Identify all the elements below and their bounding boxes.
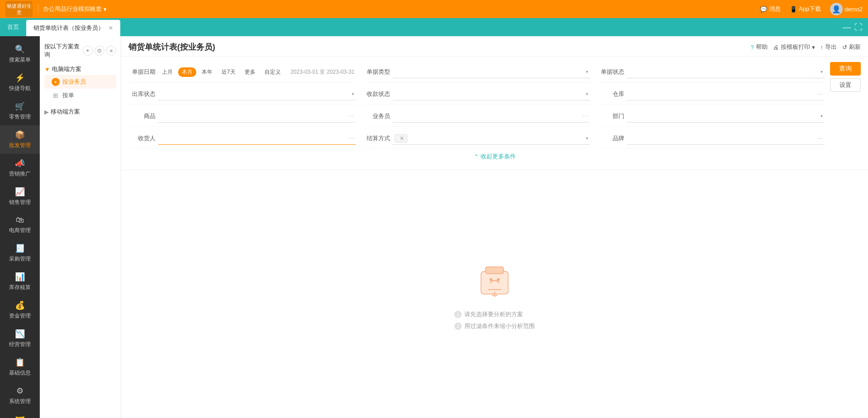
settlement-cell: 结算方式 ✕ ▾ xyxy=(363,128,590,149)
svg-rect-1 xyxy=(486,267,504,274)
app-download-button[interactable]: 📱 App下载 xyxy=(790,5,821,13)
consignee-dots[interactable]: ··· xyxy=(348,134,354,142)
page-header-actions: ? 帮助 🖨 按模板打印 ▾ ↑ 导出 ↺ 刷新 xyxy=(750,43,861,51)
tab-minimize-icon[interactable]: — xyxy=(843,23,851,31)
warehouse-label: 仓库 xyxy=(597,90,624,98)
collapse-filter-button[interactable]: ⌃ 收起更多条件 xyxy=(128,149,861,164)
staff-control[interactable]: ··· xyxy=(393,110,590,123)
sales-icon: 📈 xyxy=(15,187,25,197)
goods-dots[interactable]: ··· xyxy=(348,112,354,120)
tabbar: 首页 销货单统计表（按业务员） ✕ — ⛶ xyxy=(0,18,868,36)
topbar-right: 💬 消息 📱 App下载 👤 demo2 xyxy=(760,3,863,15)
date-tab-this-year[interactable]: 本年 xyxy=(198,67,216,77)
sidebar-item-purchase[interactable]: 🧾 采购管理 xyxy=(0,239,40,267)
add-scheme-button[interactable]: + xyxy=(83,46,93,56)
receipt-status-control[interactable]: ▾ xyxy=(393,88,590,100)
warehouse-control[interactable]: ··· xyxy=(627,88,825,100)
help-button[interactable]: ? 帮助 xyxy=(750,43,767,51)
out-status-control[interactable]: ▾ xyxy=(158,88,356,100)
quick-nav-icon: ⚡ xyxy=(15,73,25,83)
filter-row-3: 商品 ··· 业务员 ··· 部门 xyxy=(128,106,825,127)
sidebar-item-wholesale[interactable]: 📦 批发管理 xyxy=(0,125,40,154)
retail-icon: 🛒 xyxy=(15,101,25,111)
finance-icon: 💰 xyxy=(15,300,25,310)
sidebar-item-marketing[interactable]: 📣 营销推广 xyxy=(0,154,40,182)
tabbar-actions: — ⛶ xyxy=(843,23,868,31)
collapse-panel-button[interactable]: « xyxy=(106,46,116,56)
doc-type-label: 单据类型 xyxy=(363,68,390,76)
settlement-control[interactable]: ✕ ▾ xyxy=(393,132,590,145)
department-chevron-icon: ▾ xyxy=(821,114,823,119)
export-button[interactable]: ↑ 导出 xyxy=(821,43,837,51)
department-control[interactable]: ▾ xyxy=(627,110,825,123)
filter-main: 单据日期 上月 本月 本年 近7天 更多 自定义 20 xyxy=(128,62,825,149)
sidebar-item-basic[interactable]: 📋 基础信息 xyxy=(0,353,40,381)
sidebar-item-system[interactable]: ⚙ 系统管理 xyxy=(0,381,40,410)
account-dropdown[interactable]: 办公用品行业模拟账套 ▾ xyxy=(43,5,107,13)
sidebar-item-retail[interactable]: 🛒 零售管理 xyxy=(0,97,40,125)
sidebar-item-inventory[interactable]: 📊 库存核算 xyxy=(0,267,40,296)
sidebar-item-cooperation[interactable]: 🤝 企业协同 xyxy=(0,410,40,418)
date-tab-last-month[interactable]: 上月 xyxy=(158,67,176,77)
staff-label: 业务员 xyxy=(363,112,390,120)
query-button[interactable]: 查询 xyxy=(830,62,861,76)
refresh-button[interactable]: ↺ 刷新 xyxy=(842,43,861,51)
tab-maximize-icon[interactable]: ⛶ xyxy=(854,23,863,31)
sidebar-item-search[interactable]: 🔍 搜索菜单 xyxy=(0,40,40,68)
sidebar-item-ecommerce[interactable]: 🛍 电商管理 xyxy=(0,211,40,239)
warehouse-dots[interactable]: ··· xyxy=(817,90,823,98)
date-filter: 上月 本月 本年 近7天 更多 自定义 2023-03-01 至 2023-03… xyxy=(158,67,356,77)
marketing-icon: 📣 xyxy=(15,158,25,168)
operations-icon: 📉 xyxy=(15,329,25,339)
doc-type-control[interactable]: ▾ xyxy=(393,66,590,78)
filter-row-4: 收货人 ··· 结算方式 ✕ xyxy=(128,128,825,149)
desktop-scheme-header[interactable]: ▼ 电脑端方案 xyxy=(44,63,116,75)
sidebar-item-quick-nav[interactable]: ⚡ 快捷导航 xyxy=(0,68,40,97)
date-tab-more[interactable]: 更多 xyxy=(241,67,259,77)
receipt-status-chevron-icon: ▾ xyxy=(586,91,588,96)
date-tab-custom[interactable]: 自定义 xyxy=(261,67,284,77)
doc-status-label: 单据状态 xyxy=(597,68,624,76)
avatar: 👤 xyxy=(830,3,843,15)
user-menu[interactable]: 👤 demo2 xyxy=(830,3,863,15)
scheme-by-staff[interactable]: ● 按业务员 xyxy=(44,75,116,89)
sidebar-item-finance[interactable]: 💰 资金管理 xyxy=(0,296,40,324)
edit-scheme-button[interactable]: ⊙ xyxy=(94,46,104,56)
brand-control[interactable]: ··· xyxy=(627,132,825,145)
tab-sales-stat[interactable]: 销货单统计表（按业务员） ✕ xyxy=(26,20,120,36)
tip-num-1: 1 xyxy=(454,311,462,318)
brand-dots[interactable]: ··· xyxy=(817,134,823,142)
goods-control[interactable]: ··· xyxy=(158,110,356,123)
message-button[interactable]: 💬 消息 xyxy=(760,5,781,13)
brand-cell: 品牌 ··· xyxy=(597,128,825,149)
template-print-button[interactable]: 🖨 按模板打印 ▾ xyxy=(773,43,815,51)
tab-close-icon[interactable]: ✕ xyxy=(108,25,113,31)
doc-type-cell: 单据类型 ▾ xyxy=(363,62,590,82)
scheme-by-order[interactable]: ⊞ 按单 xyxy=(44,89,116,102)
date-tab-7days[interactable]: 近7天 xyxy=(218,67,239,77)
left-panel: 按以下方案查询 + ⊙ « ▼ 电脑端方案 ● 按业务员 ⊞ 按单 ▶ xyxy=(40,36,121,418)
filter-actions: 查询 设置 xyxy=(825,62,861,92)
doc-status-cell: 单据状态 ▾ xyxy=(597,62,825,82)
settings-button[interactable]: 设置 xyxy=(830,78,861,92)
mobile-scheme-header[interactable]: ▶ 移动端方案 xyxy=(44,106,116,118)
doc-type-chevron-icon: ▾ xyxy=(586,69,588,74)
topbar: 畅捷通好生意 办公用品行业模拟账套 ▾ 💬 消息 📱 App下载 👤 demo2 xyxy=(0,0,868,18)
goods-label: 商品 xyxy=(128,112,156,120)
print-chevron-icon: ▾ xyxy=(812,44,815,51)
empty-tip-1: 1 请先选择要分析的方案 xyxy=(454,310,535,318)
staff-dots[interactable]: ··· xyxy=(582,112,588,120)
date-tab-this-month[interactable]: 本月 xyxy=(178,67,196,77)
settlement-tag-close[interactable]: ✕ xyxy=(400,135,404,142)
date-label: 单据日期 xyxy=(128,68,156,76)
consignee-control[interactable]: ··· xyxy=(158,132,356,145)
sidebar-item-operations[interactable]: 📉 经营管理 xyxy=(0,324,40,353)
order-scheme-icon: ⊞ xyxy=(52,91,60,100)
tab-home[interactable]: 首页 xyxy=(0,18,26,36)
doc-status-control[interactable]: ▾ xyxy=(627,66,825,78)
export-icon: ↑ xyxy=(821,44,824,51)
out-status-label: 出库状态 xyxy=(128,90,156,98)
expand-icon: ▼ xyxy=(44,66,50,73)
sidebar-item-sales[interactable]: 📈 销售管理 xyxy=(0,182,40,211)
mobile-scheme-section: ▶ 移动端方案 xyxy=(40,104,121,119)
